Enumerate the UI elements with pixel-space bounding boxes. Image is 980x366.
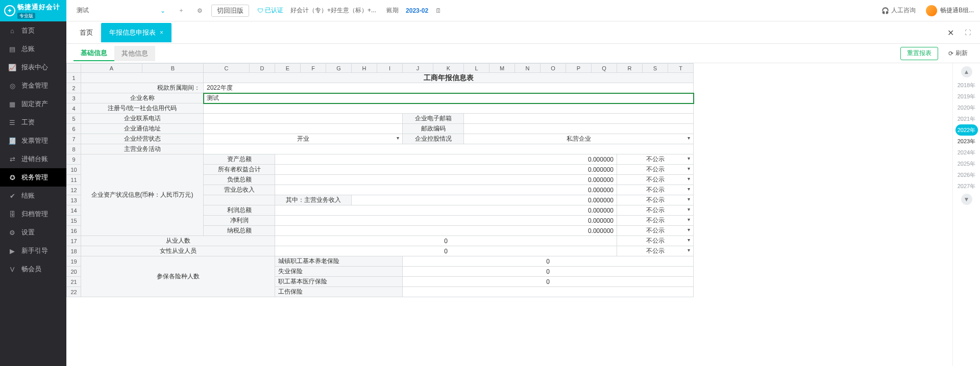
cell-total-revenue[interactable]: 0.000000 [275,185,617,195]
sidebar-item-tax[interactable]: ✪税务管理 [0,168,66,187]
disclosure-12[interactable]: 不公示 [617,185,694,195]
cell-profit[interactable]: 0.000000 [275,205,617,216]
cell-mainbiz[interactable] [204,144,694,154]
cell-tax-total[interactable]: 0.000000 [275,226,617,236]
year-2019年[interactable]: 2019年 [955,91,978,102]
sidebar-item-asset[interactable]: ▦固定资产 [0,95,66,113]
sidebar-item-invoice[interactable]: 🧾发票管理 [0,132,66,150]
add-company-button[interactable]: ＋ [175,4,188,17]
calendar-icon[interactable]: 🗓 [435,7,442,14]
col-E[interactable]: E [275,64,301,73]
col-Q[interactable]: Q [592,64,617,73]
year-2026年[interactable]: 2026年 [955,169,978,180]
year-2025年[interactable]: 2025年 [955,158,978,169]
year-up-button[interactable]: ▲ [961,66,972,77]
year-2022年[interactable]: 2022年 [955,124,978,136]
sidebar-item-fund[interactable]: ◎资金管理 [0,76,66,95]
year-2027年[interactable]: 2027年 [955,180,978,192]
col-C[interactable]: C [204,64,250,73]
settings-icon[interactable]: ⚙ [193,4,206,17]
cell-female-employees[interactable]: 0 [275,246,617,256]
col-O[interactable]: O [541,64,566,73]
cell-ins-unemployment[interactable]: 0 [403,267,694,277]
company-selector[interactable]: 测试 ⌄ [72,4,169,17]
cell-ins-pension[interactable]: 0 [403,256,694,267]
col-M[interactable]: M [489,64,515,73]
disclosure-10[interactable]: 不公示 [617,165,694,175]
col-I[interactable]: I [377,64,403,73]
col-H[interactable]: H [352,64,377,73]
col-S[interactable]: S [643,64,668,73]
year-2024年[interactable]: 2024年 [955,147,978,158]
select-holding[interactable]: 私营企业 [464,134,694,144]
refresh-button[interactable]: ⟳ 刷新 [943,47,973,60]
cell-net-profit[interactable]: 0.000000 [275,216,617,226]
sidebar-item-settings[interactable]: ⚙设置 [0,223,66,242]
cell-ins-injury[interactable] [403,287,694,297]
col-A[interactable]: A [81,64,142,73]
fullscreen-icon[interactable]: ⛶ [962,27,974,39]
col-G[interactable]: G [326,64,352,73]
disclosure-14[interactable]: 不公示 [617,205,694,216]
col-B[interactable]: B [142,64,204,73]
col-J[interactable]: J [403,64,433,73]
year-down-button[interactable]: ▼ [961,194,972,205]
year-2018年[interactable]: 2018年 [955,80,978,91]
tab-home[interactable]: 首页 [71,23,101,42]
sidebar-item-vip[interactable]: V畅会员 [0,260,66,278]
cell-phone[interactable] [204,114,403,124]
switch-old-button[interactable]: 切回旧版 [211,5,249,17]
close-icon[interactable]: × [160,29,163,36]
year-2021年[interactable]: 2021年 [955,113,978,124]
cell-liabilities[interactable]: 0.000000 [275,175,617,185]
disclosure-17[interactable]: 不公示 [617,236,694,246]
col-R[interactable]: R [617,64,643,73]
cell-equity[interactable]: 0.000000 [275,165,617,175]
tab-annual-report[interactable]: 年报信息申报表 × [101,23,172,42]
disclosure-9[interactable]: 不公示 [617,154,694,165]
subtab-basic[interactable]: 基础信息 [74,46,114,61]
period-value[interactable]: 2023-02 [406,7,428,14]
user-menu[interactable]: 畅捷通B组... [926,5,974,16]
cell-address[interactable] [204,124,403,134]
tax-period-value[interactable]: 2022年度 [204,83,694,93]
disclosure-15[interactable]: 不公示 [617,216,694,226]
period-label: 账期 [386,6,399,15]
cell-company[interactable]: 测试 [204,93,694,103]
col-L[interactable]: L [464,64,489,73]
disclosure-18[interactable]: 不公示 [617,246,694,256]
sidebar-item-archive[interactable]: 🗄归档管理 [0,205,66,223]
sheet-scroll[interactable]: ABCDEFGHIJKLMNOPQRST 1工商年报信息表 2税款所属期间：20… [66,63,952,366]
sidebar-item-guide[interactable]: ▶新手引导 [0,242,66,260]
col-N[interactable]: N [515,64,541,73]
cell-employees[interactable]: 0 [275,236,617,246]
sidebar-item-ledger[interactable]: ▤总账 [0,40,66,58]
sidebar-item-chart[interactable]: 📈报表中心 [0,58,66,76]
cell-email[interactable] [464,114,694,124]
select-status[interactable]: 开业 [204,134,403,144]
cell-postcode[interactable] [464,124,694,134]
cell-total-assets[interactable]: 0.000000 [275,154,617,165]
sidebar-item-stock[interactable]: ⇄进销台账 [0,150,66,168]
reset-report-button[interactable]: 重置报表 [900,47,938,60]
disclosure-13[interactable]: 不公示 [617,195,694,205]
col-P[interactable]: P [566,64,592,73]
cell-reg-code[interactable] [204,103,694,114]
disclosure-11[interactable]: 不公示 [617,175,694,185]
col-T[interactable]: T [668,64,694,73]
col-K[interactable]: K [433,64,464,73]
year-2020年[interactable]: 2020年 [955,102,978,113]
close-all-tabs[interactable]: ✕ [944,27,957,39]
col-corner[interactable] [67,64,81,73]
cell-ins-medical[interactable]: 0 [403,277,694,287]
sidebar-item-close[interactable]: ✔结账 [0,187,66,205]
col-D[interactable]: D [250,64,275,73]
year-2023年[interactable]: 2023年 [955,136,978,147]
customer-service[interactable]: 🎧 人工咨询 [881,6,916,15]
sidebar-item-home[interactable]: ⌂首页 [0,21,66,40]
col-F[interactable]: F [301,64,326,73]
subtab-other[interactable]: 其他信息 [114,46,155,61]
disclosure-16[interactable]: 不公示 [617,226,694,236]
cell-main-revenue[interactable]: 0.000000 [352,195,617,205]
sidebar-item-salary[interactable]: ☰工资 [0,113,66,132]
